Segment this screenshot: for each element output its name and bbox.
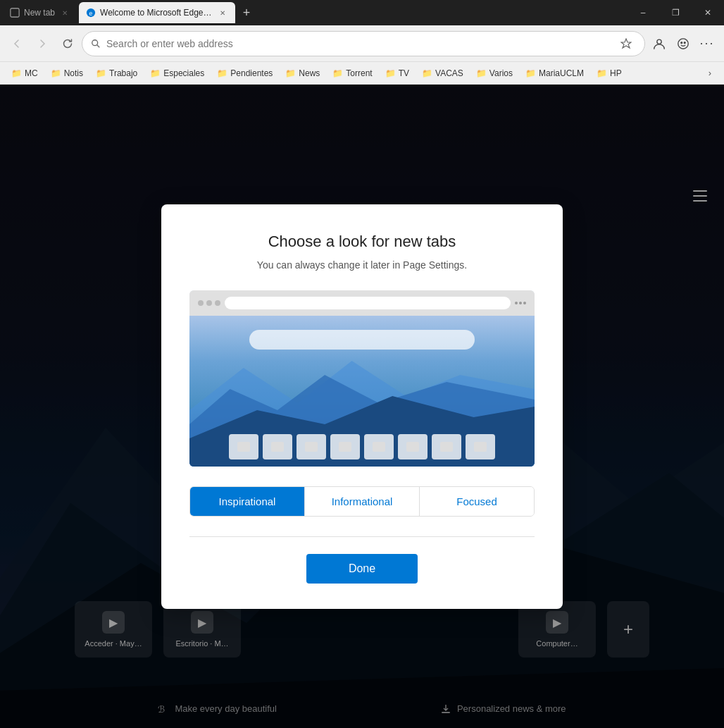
settings-dots-icon: ···	[699, 36, 714, 51]
tab-new-tab-label: New tab	[24, 8, 55, 18]
svg-text:e: e	[89, 10, 93, 17]
preview-tile-5	[364, 434, 394, 459]
preview-tile-1	[229, 434, 258, 459]
search-icon	[91, 39, 101, 49]
tab-focused[interactable]: Focused	[420, 487, 534, 516]
folder-icon: 📁	[150, 68, 161, 78]
close-button[interactable]: ✕	[692, 0, 724, 25]
bookmark-notis[interactable]: 📁 Notis	[45, 66, 89, 80]
forward-icon	[37, 38, 48, 49]
back-button[interactable]	[6, 32, 28, 55]
profile-icon	[653, 37, 666, 50]
refresh-button[interactable]	[56, 32, 79, 55]
bookmarks-bar: 📁 MC 📁 Notis 📁 Trabajo 📁 Especiales 📁 Pe…	[0, 62, 724, 85]
settings-button[interactable]: ···	[696, 32, 718, 55]
folder-icon: 📁	[285, 68, 296, 78]
bookmark-mc[interactable]: 📁 MC	[6, 66, 44, 80]
tab-edge-beta-label: Welcome to Microsoft Edge Bet…	[100, 8, 213, 18]
preview-tile-2	[263, 434, 292, 459]
back-icon	[11, 38, 23, 49]
refresh-icon	[62, 38, 73, 49]
svg-marker-5	[621, 39, 631, 48]
preview-browser-chrome	[189, 290, 535, 316]
preview-tile-4	[330, 434, 360, 459]
preview-nav-dots	[198, 300, 220, 306]
emoji-icon	[677, 37, 689, 50]
bookmark-tv[interactable]: 📁 TV	[380, 66, 415, 80]
modal-title: Choose a look for new tabs	[189, 233, 535, 251]
preview-tile-6	[398, 434, 427, 459]
folder-icon: 📁	[385, 68, 396, 78]
forward-button[interactable]	[31, 32, 54, 55]
bookmark-pendientes[interactable]: 📁 Pendientes	[211, 66, 278, 80]
done-button[interactable]: Done	[306, 554, 418, 584]
preview-tile-3	[297, 434, 326, 459]
modal-divider	[189, 536, 535, 537]
choose-look-modal: Choose a look for new tabs You can alway…	[161, 204, 563, 609]
svg-point-9	[684, 42, 685, 43]
preview-area	[189, 290, 535, 467]
svg-line-4	[97, 44, 100, 47]
tab-new-tab-close[interactable]: ✕	[59, 7, 70, 18]
tab-bar: New tab ✕ e Welcome to Microsoft Edge Be…	[0, 0, 627, 25]
preview-dot-1	[198, 300, 204, 306]
folder-icon: 📁	[51, 68, 61, 78]
folder-icon: 📁	[525, 68, 536, 78]
folder-icon: 📁	[332, 68, 343, 78]
folder-icon: 📁	[217, 68, 227, 78]
bookmark-hp[interactable]: 📁 HP	[591, 66, 628, 80]
svg-point-8	[681, 42, 682, 43]
tab-inspirational[interactable]: Inspirational	[190, 487, 305, 516]
preview-tile-8	[466, 434, 495, 459]
new-tab-button[interactable]: +	[237, 3, 256, 23]
svg-point-6	[657, 39, 661, 44]
toolbar: ···	[0, 25, 724, 62]
favorites-button[interactable]	[616, 34, 636, 54]
folder-icon: 📁	[476, 68, 487, 78]
minimize-button[interactable]: –	[627, 0, 659, 25]
emoji-button[interactable]	[672, 32, 694, 55]
profile-button[interactable]	[648, 32, 670, 55]
modal-subtitle: You can always change it later in Page S…	[189, 259, 535, 271]
bookmark-trabajo[interactable]: 📁 Trabajo	[90, 66, 143, 80]
preview-address-bar	[225, 297, 511, 309]
preview-content	[189, 316, 535, 467]
tab-new-tab[interactable]: New tab ✕	[3, 2, 77, 23]
bookmark-torrent[interactable]: 📁 Torrent	[327, 66, 377, 80]
preview-dot-3	[215, 300, 220, 306]
preview-tile-7	[432, 434, 461, 459]
svg-point-7	[678, 38, 688, 48]
look-tab-selector: Inspirational Informational Focused	[189, 486, 535, 517]
preview-search-bar	[249, 330, 475, 350]
bookmark-especiales[interactable]: 📁 Especiales	[144, 66, 210, 80]
tab-edge-beta-close[interactable]: ✕	[217, 7, 228, 18]
folder-icon: 📁	[422, 68, 432, 78]
folder-icon: 📁	[11, 68, 22, 78]
edge-tab-icon: e	[86, 8, 96, 18]
folder-icon: 📁	[96, 68, 106, 78]
folder-icon: 📁	[597, 68, 607, 78]
bookmark-varios[interactable]: 📁 Varios	[470, 66, 518, 80]
modal-overlay: Choose a look for new tabs You can alway…	[0, 85, 724, 728]
window-controls: – ❐ ✕	[627, 0, 724, 25]
tab-informational[interactable]: Informational	[305, 487, 420, 516]
bookmark-mariauclm[interactable]: 📁 MariaUCLM	[520, 66, 589, 80]
title-bar: New tab ✕ e Welcome to Microsoft Edge Be…	[0, 0, 724, 25]
preview-tiles	[229, 434, 495, 459]
bookmark-vacas[interactable]: 📁 VACAS	[416, 66, 469, 80]
restore-button[interactable]: ❐	[659, 0, 692, 25]
new-tab-icon	[10, 8, 20, 18]
star-icon	[620, 38, 632, 49]
tab-edge-beta[interactable]: e Welcome to Microsoft Edge Bet… ✕	[79, 2, 235, 23]
address-bar-container[interactable]	[82, 31, 645, 56]
bookmark-news[interactable]: 📁 News	[280, 66, 325, 80]
svg-rect-0	[11, 8, 19, 17]
svg-point-3	[92, 39, 98, 45]
toolbar-right: ···	[648, 32, 718, 55]
bookmarks-more-button[interactable]: ›	[701, 65, 718, 82]
address-input[interactable]	[106, 38, 611, 49]
preview-dot-2	[206, 300, 212, 306]
preview-menu-dots	[515, 302, 526, 304]
